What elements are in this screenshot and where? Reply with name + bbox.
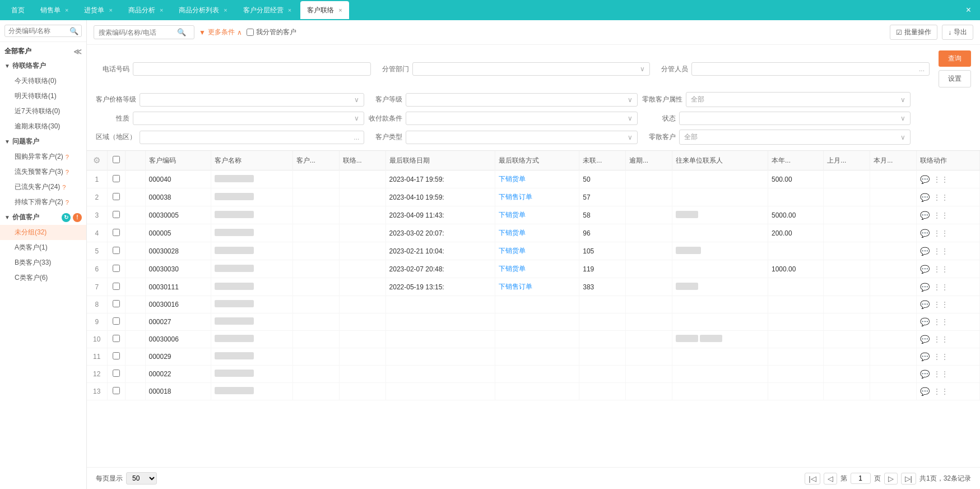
row-checkbox-cell[interactable] — [107, 260, 125, 278]
more-icon[interactable]: ⋮⋮ — [933, 247, 949, 256]
contact-method-link[interactable]: 下销售订单 — [499, 283, 532, 290]
row-checkbox-cell[interactable] — [107, 383, 125, 400]
tab-sales-close[interactable]: × — [65, 7, 68, 13]
reset-button[interactable]: 设置 — [939, 70, 971, 87]
contact-method-link[interactable]: 下销货单 — [499, 247, 526, 255]
per-page-select[interactable]: 50 100 200 — [126, 472, 157, 485]
my-customers-check[interactable] — [247, 29, 254, 36]
retail-attr-select[interactable]: 全部 ∨ — [686, 92, 911, 107]
row-checkbox[interactable] — [113, 387, 120, 394]
tab-customer-segment-close[interactable]: × — [288, 7, 291, 13]
customer-type-select[interactable]: ∨ — [406, 131, 637, 144]
row-checkbox-cell[interactable] — [107, 170, 125, 188]
batch-op-button[interactable]: ☑ 批量操作 — [890, 25, 937, 40]
col-checkbox[interactable] — [107, 151, 125, 170]
chat-icon[interactable]: 💬 — [920, 265, 930, 274]
sidebar-item-ungroup[interactable]: 未分组(32) — [0, 225, 86, 240]
first-page-button[interactable]: |◁ — [805, 473, 820, 485]
col-unit-contact[interactable]: 往来单位联系人 — [672, 151, 768, 170]
dept-select[interactable]: ∨ — [412, 62, 651, 76]
row-checkbox[interactable] — [113, 229, 120, 236]
tab-customer-contact-close[interactable]: × — [338, 7, 342, 13]
export-button[interactable]: ↓ 导出 — [942, 25, 973, 40]
sidebar-item-groupA[interactable]: A类客户(1) — [0, 240, 86, 255]
row-checkbox-cell[interactable] — [107, 224, 125, 242]
chat-icon[interactable]: 💬 — [920, 247, 930, 256]
sidebar-group-value[interactable]: ▼ 价值客户 ↻ ! — [0, 210, 86, 225]
more-icon[interactable]: ⋮⋮ — [933, 175, 949, 184]
row-checkbox-cell[interactable] — [107, 278, 125, 296]
price-grade-select[interactable]: ∨ — [140, 93, 364, 107]
tab-home[interactable]: 首页 — [4, 1, 31, 19]
more-icon[interactable]: ⋮⋮ — [933, 193, 949, 202]
manager-select[interactable]: ... — [691, 62, 930, 76]
sidebar-item-lost[interactable]: 已流失客户(24) ? — [0, 179, 86, 195]
row-checkbox-cell[interactable] — [107, 331, 125, 348]
chat-icon[interactable]: 💬 — [920, 352, 930, 361]
col-uncontacted[interactable]: 未联... — [579, 151, 626, 170]
chat-icon[interactable]: 💬 — [920, 387, 930, 396]
sidebar-item-churn-risk[interactable]: 流失预警客户(3) ? — [0, 164, 86, 179]
last-page-button[interactable]: ▷| — [901, 473, 916, 485]
next-page-button[interactable]: ▷ — [884, 473, 898, 485]
tab-product-analysis-list-close[interactable]: × — [224, 7, 227, 13]
col-last-contact-method[interactable]: 最后联络方式 — [495, 151, 579, 170]
row-checkbox-cell[interactable] — [107, 242, 125, 260]
tab-product-analysis-list[interactable]: 商品分析列表 × — [172, 1, 234, 19]
chat-icon[interactable]: 💬 — [920, 211, 930, 220]
customer-grade-select[interactable]: ∨ — [406, 93, 637, 107]
row-checkbox[interactable] — [113, 335, 120, 342]
my-customers-checkbox[interactable]: 我分管的客户 — [247, 27, 296, 37]
row-checkbox[interactable] — [113, 317, 120, 325]
more-conditions-btn[interactable]: ▼ 更多条件 ∧ — [199, 27, 242, 37]
more-icon[interactable]: ⋮⋮ — [933, 300, 949, 309]
sidebar-item-overdue[interactable]: 逾期未联络(30) — [0, 119, 86, 134]
col-settings[interactable]: ⚙ — [87, 151, 107, 170]
row-checkbox-cell[interactable] — [107, 188, 125, 206]
sidebar-collapse-icon[interactable]: ≪ — [73, 47, 82, 56]
status-select[interactable]: ∨ — [679, 112, 911, 125]
sidebar-group-pending[interactable]: ▼ 待联络客户 — [0, 58, 86, 73]
more-icon[interactable]: ⋮⋮ — [933, 370, 949, 379]
contact-method-link[interactable]: 下销售订单 — [499, 193, 532, 201]
row-checkbox-cell[interactable] — [107, 296, 125, 313]
more-icon[interactable]: ⋮⋮ — [933, 283, 949, 292]
row-checkbox[interactable] — [113, 247, 120, 254]
sidebar-item-7days[interactable]: 近7天待联络(0) — [0, 104, 86, 119]
sidebar-item-groupC[interactable]: C类客户(6) — [0, 270, 86, 285]
more-icon[interactable]: ⋮⋮ — [933, 211, 949, 220]
chat-icon[interactable]: 💬 — [920, 370, 930, 379]
chat-icon[interactable]: 💬 — [920, 229, 930, 238]
row-checkbox-cell[interactable] — [107, 366, 125, 383]
more-icon[interactable]: ⋮⋮ — [933, 265, 949, 274]
region-select[interactable]: ... — [140, 131, 364, 144]
chat-icon[interactable]: 💬 — [920, 300, 930, 309]
sidebar-group-problem[interactable]: ▼ 问题客户 — [0, 134, 86, 149]
gear-icon[interactable]: ⚙ — [93, 155, 100, 165]
tab-product-analysis-close[interactable]: × — [160, 7, 163, 13]
tab-purchase[interactable]: 进货单 × — [77, 1, 119, 19]
row-checkbox[interactable] — [113, 370, 120, 377]
contact-method-link[interactable]: 下销货单 — [499, 211, 526, 219]
more-icon[interactable]: ⋮⋮ — [933, 387, 949, 396]
col-contact[interactable]: 联络... — [339, 151, 386, 170]
row-checkbox[interactable] — [113, 352, 120, 359]
row-checkbox-cell[interactable] — [107, 313, 125, 331]
col-code[interactable]: 客户编码 — [145, 151, 211, 170]
more-icon[interactable]: ⋮⋮ — [933, 335, 949, 344]
sidebar-item-abnormal[interactable]: 囤购异常客户(2) ? — [0, 149, 86, 164]
col-this-month[interactable]: 本月... — [870, 151, 917, 170]
chat-icon[interactable]: 💬 — [920, 193, 930, 202]
tab-customer-contact[interactable]: 客户联络 × — [300, 1, 349, 19]
row-checkbox[interactable] — [113, 175, 120, 182]
more-icon[interactable]: ⋮⋮ — [933, 317, 949, 326]
select-all-checkbox[interactable] — [113, 156, 120, 163]
col-last-month[interactable]: 上月... — [824, 151, 870, 170]
row-checkbox[interactable] — [113, 193, 120, 200]
row-checkbox-cell[interactable] — [107, 348, 125, 366]
sidebar-item-groupB[interactable]: B类客户(33) — [0, 255, 86, 270]
sidebar-item-churn[interactable]: 持续下滑客户(2) ? — [0, 195, 86, 210]
refresh-icon[interactable]: ↻ — [62, 213, 71, 222]
tab-purchase-close[interactable]: × — [109, 7, 112, 13]
sidebar-item-today[interactable]: 今天待联络(0) — [0, 73, 86, 89]
